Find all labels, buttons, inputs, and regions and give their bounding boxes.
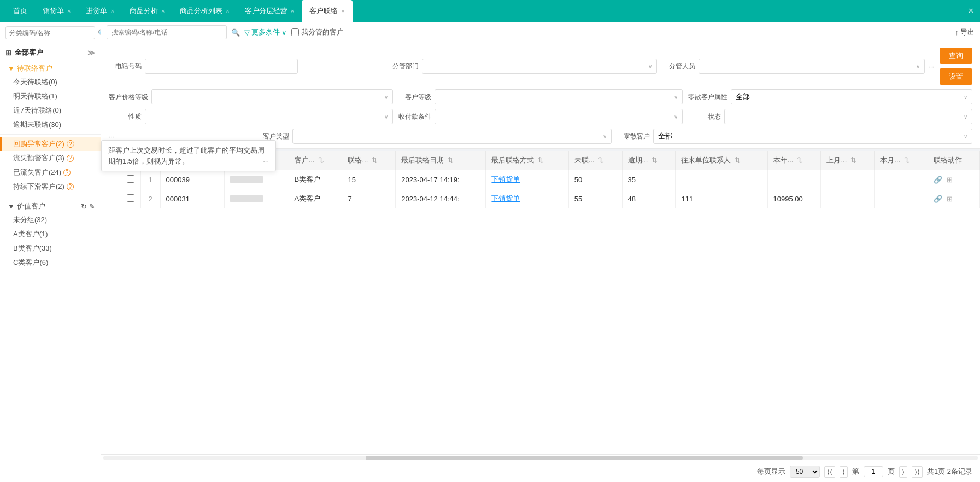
- retail-attr-select[interactable]: 全部 ∨: [731, 89, 972, 104]
- col-contact-header[interactable]: 联络... ⇅: [342, 151, 396, 170]
- filter-extra-dots[interactable]: ···: [109, 132, 115, 141]
- row1-link-icon[interactable]: 🔗: [934, 176, 942, 184]
- row2-grid-icon[interactable]: ⊞: [947, 195, 953, 203]
- tab-home[interactable]: 首页: [5, 0, 35, 22]
- more-filter-btn[interactable]: ▽ 更多条件 ∨: [244, 27, 287, 37]
- sidebar-value-group[interactable]: ▼ 价值客户 ↻ ✎: [0, 199, 101, 213]
- sidebar-item-week[interactable]: 近7天待联络(0): [0, 103, 101, 118]
- branch-person-select[interactable]: ∨: [699, 59, 925, 74]
- refresh-icon[interactable]: ↻: [81, 202, 87, 211]
- branch-dept-select[interactable]: ∨: [422, 59, 658, 74]
- sidebar-item-overdue[interactable]: 逾期未联络(30): [0, 118, 101, 132]
- col-uncontacted-header[interactable]: 未联... ⇅: [568, 151, 622, 170]
- row2-last-method-link[interactable]: 下销货单: [491, 194, 520, 202]
- collapse-arrow-icon[interactable]: ≫: [87, 49, 95, 57]
- filter-cell-branch-dept: 分管部门 ∨: [386, 59, 658, 74]
- row1-last-method-link[interactable]: 下销货单: [491, 175, 520, 183]
- sidebar-item-lost[interactable]: 已流失客户(24) ?: [0, 165, 101, 179]
- status-select[interactable]: ∨: [724, 109, 972, 124]
- search-button[interactable]: 🔍: [231, 28, 240, 37]
- row1-check[interactable]: [121, 170, 140, 189]
- sidebar-search-input[interactable]: [5, 26, 95, 39]
- col-overdue-header[interactable]: 逾期... ⇅: [622, 151, 676, 170]
- tab-product-analysis[interactable]: 商品分析 ×: [122, 0, 172, 22]
- sidebar-item-b-class[interactable]: B类客户(33): [0, 241, 101, 255]
- per-page-select[interactable]: 50 100 200: [790, 466, 820, 478]
- phone-input[interactable]: [145, 59, 298, 74]
- close-tab-customer-segmentation[interactable]: ×: [291, 8, 294, 14]
- scrollbar-thumb[interactable]: [366, 456, 803, 460]
- sidebar-item-a-class[interactable]: A类客户(1): [0, 227, 101, 241]
- col-type-header[interactable]: 客户... ⇅: [289, 151, 342, 170]
- export-icon: ↑: [955, 28, 959, 37]
- price-level-select[interactable]: ∨: [151, 89, 393, 104]
- sidebar-all-customers[interactable]: ⊞ 全部客户 ≫: [0, 44, 101, 61]
- sidebar-pending-group[interactable]: ▼ 待联络客户: [0, 61, 101, 75]
- row1-grid-icon[interactable]: ⊞: [947, 176, 953, 184]
- search-input[interactable]: [107, 25, 227, 39]
- col-last-month-header[interactable]: 上月... ⇅: [821, 151, 875, 170]
- row2-type: A类客户: [289, 189, 342, 208]
- sidebar-item-c-class[interactable]: C类客户(6): [0, 255, 101, 270]
- payment-select[interactable]: ∨: [435, 109, 683, 124]
- customer-level-select[interactable]: ∨: [435, 89, 683, 104]
- settings-button[interactable]: 设置: [940, 68, 972, 85]
- col-last-method-header[interactable]: 最后联络方式 ⇅: [486, 151, 568, 170]
- sidebar-item-ungrouped[interactable]: 未分组(32): [0, 213, 101, 227]
- col-unit-contact-header[interactable]: 往来单位联系人 ⇅: [676, 151, 767, 170]
- tooltip-more[interactable]: ···: [263, 156, 269, 167]
- pagination-prev-btn[interactable]: ⟨: [840, 466, 848, 478]
- row2-last-method[interactable]: 下销货单: [486, 189, 568, 208]
- tab-product-analysis-list[interactable]: 商品分析列表 ×: [172, 0, 237, 22]
- my-customer-checkbox[interactable]: [291, 28, 299, 36]
- tab-purchase-order[interactable]: 进货单 ×: [78, 0, 121, 22]
- sort-unit-contact-icon: ⇅: [735, 156, 741, 164]
- pagination-last-btn[interactable]: ⟩⟩: [912, 466, 923, 478]
- export-button[interactable]: ↑ 导出: [955, 27, 975, 37]
- my-customer-checkbox-label[interactable]: 我分管的客户: [291, 27, 344, 37]
- row1-this-month: [875, 170, 928, 189]
- sidebar-item-loss-warning[interactable]: 流失预警客户(3) ?: [0, 151, 101, 165]
- pagination-next-btn[interactable]: ⟩: [899, 466, 907, 478]
- tooltip-box: 距客户上次交易时长，超过了此客户的平均交易周期的1.5倍，则视为异常。 ···: [101, 140, 276, 171]
- row2-link-icon[interactable]: 🔗: [934, 195, 942, 203]
- row2-check[interactable]: [121, 189, 140, 208]
- close-tab-customer-contact[interactable]: ×: [341, 8, 344, 14]
- filter-bar: 🔍 ▽ 更多条件 ∨ 我分管的客户 ↑ 导出: [101, 22, 980, 43]
- col-this-year-header[interactable]: 本年... ⇅: [767, 151, 821, 170]
- close-tab-product-analysis-list[interactable]: ×: [226, 8, 229, 14]
- tab-sales-order[interactable]: 销货单 ×: [35, 0, 78, 22]
- edit-icon[interactable]: ✎: [89, 202, 95, 211]
- sidebar-item-tomorrow[interactable]: 明天待联络(1): [0, 89, 101, 103]
- retail-customer-select[interactable]: 全部 ∨: [653, 129, 972, 144]
- filter-cell-dots: ···: [109, 132, 251, 141]
- scrollbar-track[interactable]: [103, 456, 978, 460]
- close-tab-purchase-order[interactable]: ×: [110, 8, 114, 14]
- sidebar-item-declining[interactable]: 持续下滑客户(2) ?: [0, 179, 101, 194]
- row2-checkbox[interactable]: [127, 194, 134, 202]
- content-area: 🔍 ▽ 更多条件 ∨ 我分管的客户 ↑ 导出 电话号码: [101, 22, 980, 482]
- table-row: 1 000039 B类客户 15 2023-04-17 14:19: 下销货单 …: [101, 170, 980, 189]
- close-tab-product-analysis[interactable]: ×: [161, 8, 165, 14]
- tab-customer-segmentation[interactable]: 客户分层经营 ×: [237, 0, 302, 22]
- branch-person-dots[interactable]: ···: [928, 62, 934, 71]
- retail-attr-arrow: ∨: [964, 94, 967, 100]
- row1-last-method[interactable]: 下销货单: [486, 170, 568, 189]
- sidebar-item-irregular[interactable]: 回购异常客户(2) ?: [0, 137, 101, 151]
- close-tab-sales-order[interactable]: ×: [67, 8, 71, 14]
- customer-type-select[interactable]: ∨: [292, 129, 612, 144]
- horizontal-scrollbar[interactable]: [101, 454, 980, 461]
- col-last-date-header[interactable]: 最后联络日期 ⇅: [396, 151, 486, 170]
- sidebar-item-today[interactable]: 今天待联络(0): [0, 75, 101, 89]
- row2-overdue: 48: [622, 189, 676, 208]
- tab-customer-contact[interactable]: 客户联络 ×: [302, 0, 352, 22]
- row1-unit-contact: [676, 170, 767, 189]
- close-window-btn[interactable]: ×: [969, 6, 973, 16]
- page-number-input[interactable]: [864, 466, 883, 477]
- pagination-first-btn[interactable]: ⟨⟨: [824, 466, 835, 478]
- gender-select[interactable]: ∨: [145, 109, 393, 124]
- row1-checkbox[interactable]: [127, 175, 134, 183]
- query-button[interactable]: 查询: [940, 48, 972, 64]
- row2-uncontacted: 55: [568, 189, 622, 208]
- col-this-month-header[interactable]: 本月... ⇅: [875, 151, 928, 170]
